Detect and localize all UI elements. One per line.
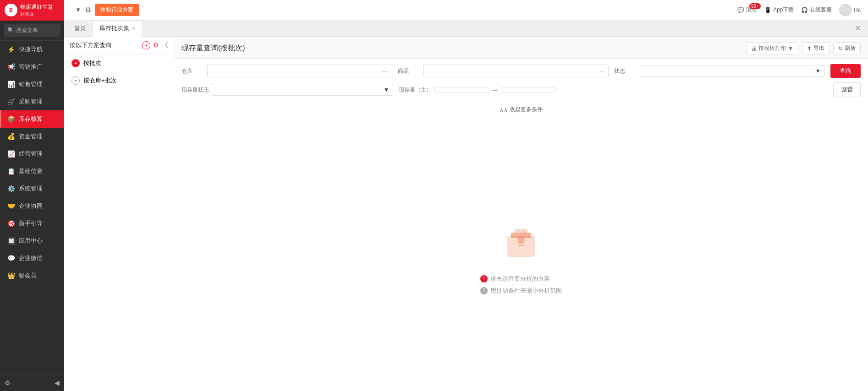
topbar: ▼ ⚙ 体验行业方案 💬 消息 99+ 📱 App下载 🎧 在线客服 Ri [64, 0, 868, 20]
svg-rect-2 [515, 229, 527, 234]
status-select[interactable]: ▼ [640, 65, 825, 77]
phone-icon: 📱 [764, 7, 771, 13]
sidebar-item-inventory[interactable]: 📦 库存核算 [0, 110, 64, 128]
operations-icon: 📈 [7, 150, 15, 158]
page-actions: 🖨 按模板打印 ▼ ⬆ 导出 ↻ 刷新 [746, 42, 861, 54]
sidebar-item-basic-info[interactable]: 📋 基础信息 [0, 163, 64, 180]
plan-icon-inactive: ● [71, 76, 80, 85]
tab-inventory-batch[interactable]: 库存批次账 × [93, 20, 142, 37]
stock-qty-to[interactable] [501, 87, 556, 92]
plan-icon-active: ● [71, 59, 80, 67]
sidebar-item-enterprise[interactable]: 🤝 企业协同 [0, 197, 64, 215]
basic-info-icon: 📋 [7, 167, 15, 175]
message-action[interactable]: 💬 消息 99+ [737, 6, 757, 14]
online-service-action[interactable]: 🎧 在线客服 [801, 6, 832, 14]
sidebar-item-system[interactable]: ⚙️ 系统管理 [0, 180, 64, 197]
filter-row-2: 现存量状态 ▼ 现存量（主） — 设置 [181, 82, 861, 97]
stock-status-select[interactable]: ▼ [212, 84, 393, 96]
settings-gear-button[interactable]: ⚙ [85, 5, 91, 14]
marketing-icon: 📢 [7, 63, 15, 71]
export-button[interactable]: ⬆ 导出 [802, 42, 830, 54]
filter-collapse-button[interactable]: ∧∧ 收起更多条件 [181, 102, 861, 117]
sidebar-item-operations[interactable]: 📈 经营管理 [0, 145, 64, 163]
sidebar-item-guide[interactable]: 🎯 新手引导 [0, 215, 64, 232]
username: Rit [854, 7, 861, 13]
refresh-button[interactable]: ↻ 刷新 [833, 42, 861, 54]
query-button[interactable]: 查询 [830, 64, 861, 78]
left-panel-actions: + ⚙ 《 [142, 41, 168, 49]
search-menu-button[interactable]: 🔍 搜索菜单 [4, 24, 60, 37]
print-button[interactable]: 🖨 按模板打印 ▼ [746, 42, 798, 54]
empty-illustration [498, 218, 544, 264]
stock-qty-filter: 现存量（主） — [399, 86, 610, 94]
sidebar-item-wechat[interactable]: 💬 企业微信 [0, 250, 64, 267]
sidebar-nav: ⚡ 快捷导航 📢 营销推广 📊 销售管理 🛒 采购管理 📦 库存核算 💰 资金管… [0, 41, 64, 374]
plan-settings-button[interactable]: ⚙ [153, 42, 159, 49]
collapse-up-icon: ∧∧ [500, 107, 508, 113]
tip-item-2: 2 用过滤条件来缩小分析范围 [480, 285, 562, 297]
sidebar-item-purchase[interactable]: 🛒 采购管理 [0, 93, 64, 110]
app-logo: 6 [5, 4, 17, 16]
app-center-icon: 🔲 [7, 237, 15, 245]
enterprise-icon: 🤝 [7, 202, 15, 210]
footer-settings-button[interactable]: ⚙ [5, 379, 11, 386]
quick-nav-icon: ⚡ [7, 45, 15, 54]
sidebar-header: 6 畅康通好生意 标准版 [0, 0, 64, 21]
message-badge: 99+ [749, 3, 761, 9]
system-icon: ⚙️ [7, 185, 15, 193]
main-close-button[interactable]: ✕ [855, 24, 864, 33]
sidebar-item-member[interactable]: 👑 畅会员 [0, 267, 64, 284]
printer-icon: 🖨 [751, 45, 757, 52]
warehouse-input[interactable]: ··· [207, 65, 392, 77]
guide-icon: 🎯 [7, 219, 15, 228]
export-icon: ⬆ [807, 45, 812, 52]
member-icon: 👑 [7, 272, 15, 280]
svg-point-3 [517, 236, 525, 244]
breadcrumb-dropdown[interactable]: ▼ [75, 6, 81, 13]
filter-row-1: 仓库 ··· 商品 ··· 状态 [181, 64, 861, 78]
user-area[interactable]: Rit [839, 4, 861, 16]
search-icon: 🔍 [7, 27, 14, 33]
warehouse-dots-icon[interactable]: ··· [383, 67, 388, 75]
left-panel-header: 按以下方案查询 + ⚙ 《 [64, 37, 174, 54]
print-dropdown-icon: ▼ [788, 45, 793, 52]
sidebar-footer: ⚙ ◀ [0, 374, 64, 391]
tip-number-2: 2 [480, 287, 488, 294]
collapse-panel-button[interactable]: 《 [162, 41, 168, 49]
sidebar: 6 畅康通好生意 标准版 🔍 搜索菜单 ⚡ 快捷导航 📢 营销推广 📊 销售管理… [0, 0, 64, 391]
headset-icon: 🎧 [801, 7, 808, 13]
add-plan-button[interactable]: + [142, 41, 150, 49]
footer-collapse-button[interactable]: ◀ [55, 379, 60, 386]
right-panel: 现存量查询(按批次) 🖨 按模板打印 ▼ ⬆ 导出 ↻ 刷新 [174, 37, 868, 391]
tab-close-button[interactable]: × [132, 25, 135, 32]
page-header: 现存量查询(按批次) 🖨 按模板打印 ▼ ⬆ 导出 ↻ 刷新 [174, 37, 868, 59]
sidebar-item-quick-nav[interactable]: ⚡ 快捷导航 [0, 41, 64, 58]
wechat-icon: 💬 [7, 254, 15, 262]
status-filter: 状态 ▼ [614, 65, 825, 77]
tab-home[interactable]: 首页 [68, 21, 93, 36]
product-filter: 商品 ··· [398, 65, 609, 77]
sidebar-item-finance[interactable]: 💰 资金管理 [0, 128, 64, 145]
topbar-right: 💬 消息 99+ 📱 App下载 🎧 在线客服 Rit [737, 4, 861, 16]
product-dots-icon[interactable]: ··· [599, 67, 604, 75]
left-panel: 按以下方案查询 + ⚙ 《 ● 按批次 ● 按仓库+批次 [64, 37, 174, 391]
inventory-icon: 📦 [7, 115, 15, 123]
plan-item-batch[interactable]: ● 按批次 [64, 54, 174, 72]
sidebar-item-marketing[interactable]: 📢 营销推广 [0, 58, 64, 76]
app-download-action[interactable]: 📱 App下载 [764, 6, 794, 14]
plan-item-warehouse-batch[interactable]: ● 按仓库+批次 [64, 72, 174, 89]
empty-state: 1 请先选择要分析的方案 2 用过滤条件来缩小分析范围 [174, 123, 868, 391]
stock-qty-from[interactable] [434, 87, 489, 92]
filter-settings-button[interactable]: 设置 [833, 82, 861, 97]
product-input[interactable]: ··· [423, 65, 609, 77]
tip-number-1: 1 [480, 275, 488, 282]
sales-icon: 📊 [7, 80, 15, 88]
experience-button[interactable]: 体验行业方案 [95, 4, 139, 16]
tabs-bar: 首页 库存批次账 × ✕ [64, 20, 868, 37]
content-area: 按以下方案查询 + ⚙ 《 ● 按批次 ● 按仓库+批次 现存量查询(按批次) [64, 37, 868, 391]
avatar [839, 4, 852, 16]
sidebar-item-app-center[interactable]: 🔲 应用中心 [0, 232, 64, 250]
purchase-icon: 🛒 [7, 98, 15, 106]
main-area: ▼ ⚙ 体验行业方案 💬 消息 99+ 📱 App下载 🎧 在线客服 Ri [64, 0, 868, 391]
sidebar-item-sales[interactable]: 📊 销售管理 [0, 76, 64, 93]
